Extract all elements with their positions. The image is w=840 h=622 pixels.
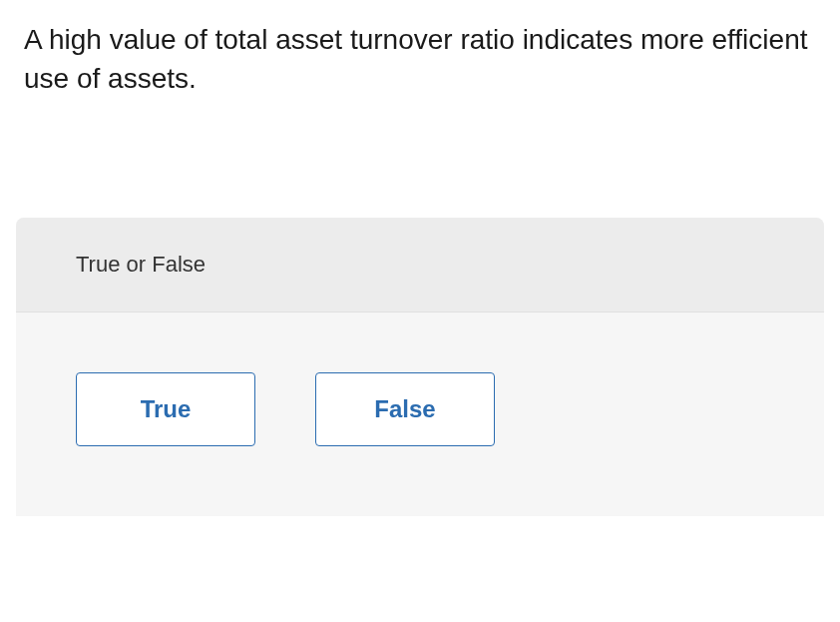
question-container: A high value of total asset turnover rat…	[0, 0, 840, 218]
true-button[interactable]: True	[76, 372, 255, 446]
question-text: A high value of total asset turnover rat…	[24, 20, 816, 98]
answer-panel: True or False True False	[16, 218, 824, 516]
options-container: True False	[16, 312, 824, 516]
panel-header: True or False	[16, 218, 824, 312]
false-button[interactable]: False	[315, 372, 495, 446]
panel-header-label: True or False	[76, 252, 206, 277]
